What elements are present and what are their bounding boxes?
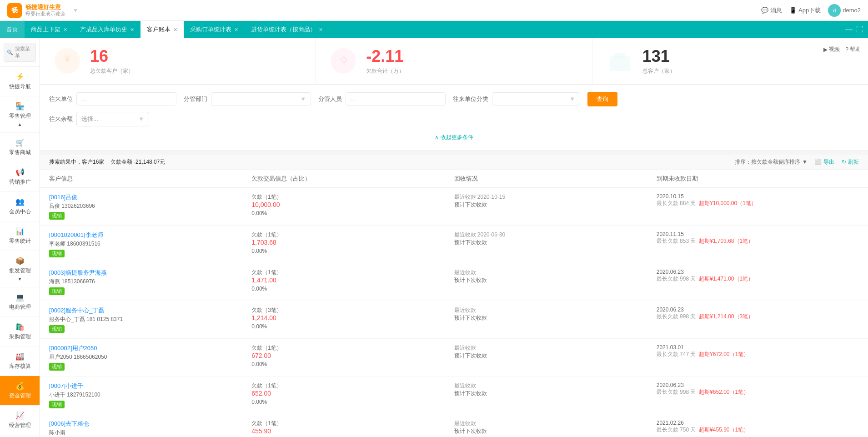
col-due-date: 到期未收款日期 xyxy=(657,175,859,183)
debt-percent-5: 0.00% xyxy=(251,399,454,405)
overdue-link-1[interactable]: 超期¥1,703.68（1笔） xyxy=(699,238,753,244)
filter-unit-category: 往来单位分类 ▼ xyxy=(453,92,580,105)
customer-name-2[interactable]: [0003]畅捷服务尹海燕 xyxy=(49,269,251,277)
collection-date-4: 最近收款 xyxy=(454,344,657,352)
tab-products-close[interactable]: ✕ xyxy=(63,27,67,33)
debt-amount-0[interactable]: 10,000.00 xyxy=(251,201,454,208)
tab-inventory-report[interactable]: 进货单统计表（按商品） ✕ xyxy=(245,21,329,38)
debt-count-1: 欠款（1笔） xyxy=(251,231,454,239)
collection-date-5: 最近收款 xyxy=(454,382,657,390)
user-avatar-btn[interactable]: d demo2 xyxy=(828,4,861,17)
filter-row-2: 往来余额 选择... ▼ xyxy=(49,112,859,126)
stat-label-total: 总客户（家） xyxy=(642,67,675,75)
sidebar-item-member[interactable]: 👥 会员中心 xyxy=(0,192,40,221)
sidebar-item-inventory[interactable]: 🏭 库存核算 xyxy=(0,347,40,376)
customer-name-5[interactable]: [0007]小进千 xyxy=(49,382,251,390)
filter-area: 往来单位 ... 分管部门 ▼ 分管人员 ... xyxy=(40,85,868,151)
refresh-icon: ↻ xyxy=(842,159,846,165)
sidebar-item-wholesale-mgmt[interactable]: 📦 批发管理 ▼ xyxy=(0,251,40,287)
overdue-link-4[interactable]: 超期¥672.00（1笔） xyxy=(699,351,749,357)
customer-cell-6: [0006]去下粮仓 陈小甫 现销 xyxy=(49,420,251,437)
operations-icon: 📈 xyxy=(15,411,25,420)
debt-percent-2: 0.00% xyxy=(251,286,454,292)
debt-amount-3[interactable]: 1,214.00 xyxy=(251,314,454,321)
tab-purchase-order[interactable]: 采购订单统计表 ✕ xyxy=(184,21,245,38)
table-header: 客户信息 欠款交易信息（占比） 回收情况 到期未收款日期 xyxy=(40,170,868,188)
video-icon: ▶ xyxy=(823,46,828,53)
sidebar-item-retail-stats[interactable]: 📊 零售统计 xyxy=(0,221,40,251)
message-btn[interactable]: 💬 消息 xyxy=(761,6,782,15)
customer-name-6[interactable]: [0006]去下粮仓 xyxy=(49,420,251,428)
quick-nav-label: 快捷导航 xyxy=(9,83,31,90)
tab-customer-account[interactable]: 客户账本 ✕ xyxy=(140,21,184,38)
sidebar-item-ecommerce[interactable]: 💻 电商管理 xyxy=(0,287,40,317)
debt-amount-5[interactable]: 652.00 xyxy=(251,390,454,397)
debt-amount-2[interactable]: 1,471.00 xyxy=(251,276,454,284)
sidebar-item-retail-mgmt[interactable]: 🏪 零售管理 ▲ xyxy=(0,96,40,133)
due-cell-5: 2020.06.23 最长欠款 998 天 超期¥652.00（1笔） xyxy=(657,382,859,396)
results-actions: 排序：按欠款金额倒序排序 ▼ ⬜ 导出 ↻ 刷新 xyxy=(735,158,859,166)
help-btn[interactable]: ? 帮助 xyxy=(845,45,861,53)
sidebar-item-operations[interactable]: 📈 经营管理 xyxy=(0,406,40,435)
debt-count-6: 欠款（1笔） xyxy=(251,420,454,427)
sidebar-item-purchase[interactable]: 🛍️ 采购管理 xyxy=(0,317,40,347)
sidebar-item-quick-nav[interactable]: ⚡ 快捷导航 xyxy=(0,67,40,96)
tab-production[interactable]: 产成品入库单历史 ✕ xyxy=(74,21,140,38)
filter-manager-input[interactable]: ... xyxy=(346,92,446,105)
main-layout: 🔍 搜索菜单 ⚡ 快捷导航 🏪 零售管理 ▲ 🛒 零售商城 📢 营销推广 👥 会… xyxy=(0,38,868,437)
filter-source-unit-input[interactable]: ... xyxy=(76,92,176,105)
app-subtitle: 母婴行业演示账套 xyxy=(25,11,65,17)
collection-cell-6: 最近收款 预计下次收款 xyxy=(454,420,657,435)
customer-name-3[interactable]: [0002]服务中心_丁磊 xyxy=(49,306,251,315)
stat-card-debt: ◇ -2.11 欠款合计（万） xyxy=(316,38,592,84)
stat-label-debt: 欠款合计（万） xyxy=(366,67,404,75)
filter-collapse-btn[interactable]: ∧ 收起更多条件 xyxy=(49,132,859,143)
nav-maximize-btn[interactable]: ⛶ xyxy=(856,25,863,34)
nav-minimize-btn[interactable]: — xyxy=(845,25,853,34)
debt-count-2: 欠款（1笔） xyxy=(251,269,454,276)
sidebar-item-retail-shop[interactable]: 🛒 零售商城 xyxy=(0,133,40,162)
filter-balance-input[interactable]: 选择... ▼ xyxy=(76,112,149,126)
overdue-link-5[interactable]: 超期¥652.00（1笔） xyxy=(699,389,749,395)
collection-next-2: 预计下次收款 xyxy=(454,276,657,284)
customer-name-1[interactable]: [0001020001]李老师 xyxy=(49,231,251,239)
due-date-4: 2021.03.01 xyxy=(657,344,859,351)
search-button[interactable]: 查询 xyxy=(587,92,617,106)
tab-purchase-order-close[interactable]: ✕ xyxy=(234,27,238,33)
table-row: [0001020001]李老师 李老师 18600391516 现销 欠款（1笔… xyxy=(40,226,868,263)
app-download-btn[interactable]: 📱 App下载 xyxy=(789,6,821,15)
tab-inventory-report-close[interactable]: ✕ xyxy=(319,27,323,33)
debt-amount-1[interactable]: 1,703.68 xyxy=(251,239,454,246)
customer-name-4[interactable]: [000002]用户2050 xyxy=(49,344,251,352)
overdue-link-0[interactable]: 超期¥10,000.00（1笔） xyxy=(699,200,757,206)
sidebar-search-btn[interactable]: 🔍 搜索菜单 xyxy=(4,43,36,62)
overdue-link-2[interactable]: 超期¥1,471.00（1笔） xyxy=(699,276,753,282)
tab-customer-account-close[interactable]: ✕ xyxy=(173,27,177,33)
tab-inventory-report-label: 进货单统计表（按商品） xyxy=(251,25,316,34)
tab-products[interactable]: 商品上下架 ✕ xyxy=(25,21,74,38)
sidebar-item-basic-info[interactable]: 📋 基础信息 xyxy=(0,435,40,437)
overdue-link-3[interactable]: 超期¥1,214.00（3笔） xyxy=(699,313,753,320)
due-cell-0: 2020.10.15 最长欠款 884 天 超期¥10,000.00（1笔） xyxy=(657,193,859,207)
sort-select[interactable]: 排序：按欠款金额倒序排序 ▼ xyxy=(735,158,808,166)
filter-department-input[interactable]: ▼ xyxy=(211,92,311,105)
tab-production-close[interactable]: ✕ xyxy=(130,27,134,33)
debt-amount-6[interactable]: 455.90 xyxy=(251,427,454,435)
export-btn[interactable]: ⬜ 导出 xyxy=(815,158,834,166)
refresh-btn[interactable]: ↻ 刷新 xyxy=(842,158,859,166)
debt-amount-4[interactable]: 672.00 xyxy=(251,352,454,359)
video-btn[interactable]: ▶ 视频 xyxy=(823,45,840,53)
results-summary: 搜索结果中，客户16家 欠款金额 -21,148.07元 xyxy=(49,158,165,166)
filter-unit-category-label: 往来单位分类 xyxy=(453,95,488,103)
tab-customer-account-label: 客户账本 xyxy=(147,25,171,34)
debt-percent-3: 0.00% xyxy=(251,323,454,330)
overdue-link-6[interactable]: 超期¥455.90（1笔） xyxy=(699,427,749,433)
filter-unit-category-input[interactable]: ▼ xyxy=(492,92,580,105)
customer-phone-4: 用户2050 18665062050 xyxy=(49,353,251,361)
sidebar-item-marketing[interactable]: 📢 营销推广 xyxy=(0,162,40,192)
table-row: [0002]服务中心_丁磊 服务中心_丁磊 181 0125 8371 现销 欠… xyxy=(40,301,868,339)
customer-name-0[interactable]: [0016]吕俊 xyxy=(49,193,251,201)
sidebar-item-finance[interactable]: 💰 资金管理 xyxy=(0,376,40,406)
due-date-2: 2020.06.23 xyxy=(657,269,859,275)
tab-home[interactable]: 首页 xyxy=(0,21,25,38)
